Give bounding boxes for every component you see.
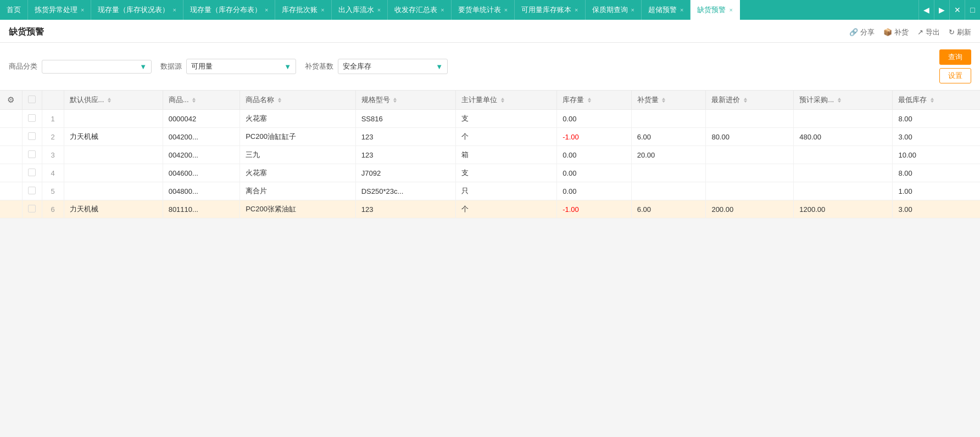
export-icon: ↗ [917, 28, 923, 36]
latest-price-sort-icon [744, 98, 747, 103]
datasource-select[interactable]: 可用量 ▼ [186, 59, 296, 74]
row-cb-3[interactable] [28, 169, 36, 176]
stock-sort-icon [588, 98, 591, 103]
row-replenish-4 [631, 182, 706, 200]
tab-close-shortage[interactable]: × [729, 7, 732, 13]
col-latest-price-header[interactable]: 最新进价 [706, 91, 794, 110]
replenish-icon: 📦 [883, 28, 892, 36]
row-checkbox-0[interactable] [22, 110, 42, 128]
export-action[interactable]: ↗ 导出 [917, 27, 940, 37]
est-purchase-sort-icon [838, 98, 841, 103]
col-est-purchase-header[interactable]: 预计采购... [794, 91, 893, 110]
tab-stock1[interactable]: 现存量（库存状况表） × [91, 0, 183, 20]
tab-next-btn[interactable]: ▶ [934, 0, 949, 20]
row-supplier-1: 力天机械 [64, 128, 163, 146]
row-spec-4: DS250*23c... [355, 182, 455, 200]
tab-close-batch[interactable]: × [321, 7, 324, 13]
row-latest-price-2 [706, 146, 794, 164]
tab-close-overstock[interactable]: × [680, 7, 683, 13]
row-cb-0[interactable] [28, 114, 36, 122]
col-name-header[interactable]: 商品名称 [240, 91, 356, 110]
tab-close-requisition[interactable]: × [504, 7, 508, 13]
row-name-1: PC200油缸缸子 [240, 128, 356, 146]
col-spec-header[interactable]: 规格型号 [355, 91, 455, 110]
row-checkbox-2[interactable] [22, 146, 42, 164]
tab-close-stock2[interactable]: × [265, 7, 268, 13]
tab-close-all-btn[interactable]: ✕ [949, 0, 965, 20]
row-latest-price-1: 80.00 [706, 128, 794, 146]
row-cb-2[interactable] [28, 150, 36, 158]
replenish-value: 安全库存 [343, 61, 371, 71]
row-name-0: 火花塞 [240, 110, 356, 128]
row-cb-1[interactable] [28, 132, 36, 140]
tab-prev-btn[interactable]: ◀ [918, 0, 934, 20]
query-button[interactable]: 查询 [939, 49, 971, 65]
replenish-action[interactable]: 📦 补货 [883, 27, 909, 37]
tab-expiry[interactable]: 保质期查询 × [586, 0, 642, 20]
col-settings-header[interactable]: ⚙ [0, 91, 22, 110]
tab-overstock[interactable]: 超储预警 × [642, 0, 691, 20]
row-index-5: 6 [42, 200, 64, 218]
tab-available[interactable]: 可用量库存账本 × [515, 0, 585, 20]
row-checkbox-5[interactable] [22, 200, 42, 218]
category-select[interactable]: ▼ [42, 60, 152, 74]
row-min-stock-5: 3.00 [893, 200, 980, 218]
row-est-purchase-3 [794, 164, 893, 182]
tab-close-expiry[interactable]: × [631, 7, 634, 13]
tab-home[interactable]: 首页 [0, 0, 28, 20]
col-supplier-header[interactable]: 默认供应... [64, 91, 163, 110]
tab-close-summary[interactable]: × [441, 7, 444, 13]
settings-button[interactable]: 设置 [939, 68, 971, 83]
datasource-arrow-icon: ▼ [284, 63, 291, 71]
tab-flow[interactable]: 出入库流水 × [332, 0, 388, 20]
header-checkbox[interactable] [28, 96, 36, 103]
datasource-value: 可用量 [191, 61, 213, 71]
replenish-filter-group: 补货基数 安全库存 ▼ [305, 59, 448, 74]
table-row: 1 0000042 火花塞 SS816 支 0.00 8.00 [0, 110, 980, 128]
col-min-stock-header[interactable]: 最低库存 [893, 91, 980, 110]
table-row: 3 004200... 三九 123 箱 0.00 20.00 10.00 [0, 146, 980, 164]
row-replenish-5: 6.00 [631, 200, 706, 218]
tab-maximize-btn[interactable]: □ [965, 0, 980, 20]
table-row: 4 004600... 火花塞 J7092 支 0.00 8.00 [0, 164, 980, 182]
row-code-4: 004800... [163, 182, 240, 200]
table-row: 2 力天机械 004200... PC200油缸缸子 123 个 -1.00 6… [0, 128, 980, 146]
tab-close-available[interactable]: × [575, 7, 578, 13]
tab-summary[interactable]: 收发存汇总表 × [388, 0, 451, 20]
replenish-select[interactable]: 安全库存 ▼ [338, 59, 448, 74]
row-supplier-0 [64, 110, 163, 128]
row-min-stock-1: 3.00 [893, 128, 980, 146]
row-unit-5: 个 [455, 200, 556, 218]
row-supplier-3 [64, 164, 163, 182]
col-unit-header[interactable]: 主计量单位 [455, 91, 556, 110]
tab-requisition[interactable]: 要货单统计表 × [452, 0, 515, 20]
row-cb-4[interactable] [28, 187, 36, 194]
row-index-3: 4 [42, 164, 64, 182]
col-code-header[interactable]: 商品... [163, 91, 240, 110]
row-name-5: PC200张紧油缸 [240, 200, 356, 218]
tab-batch[interactable]: 库存批次账 × [275, 0, 331, 20]
row-cb-5[interactable] [28, 205, 36, 212]
row-code-0: 0000042 [163, 110, 240, 128]
tab-abnormal[interactable]: 拣货异常处理 × [28, 0, 91, 20]
col-checkbox-header[interactable] [22, 91, 42, 110]
row-replenish-3 [631, 164, 706, 182]
share-action[interactable]: 🔗 分享 [849, 27, 875, 37]
row-checkbox-4[interactable] [22, 182, 42, 200]
refresh-action[interactable]: ↻ 刷新 [949, 27, 971, 37]
tab-shortage[interactable]: 缺货预警 × [691, 0, 739, 20]
row-stock-3: 0.00 [557, 164, 632, 182]
row-checkbox-3[interactable] [22, 164, 42, 182]
tab-close-stock1[interactable]: × [172, 7, 176, 13]
col-replenish-header[interactable]: 补货量 [631, 91, 706, 110]
tab-stock2[interactable]: 现存量（库存分布表） × [183, 0, 275, 20]
row-replenish-0 [631, 110, 706, 128]
gear-icon[interactable]: ⚙ [7, 95, 14, 104]
row-checkbox-1[interactable] [22, 128, 42, 146]
unit-sort-icon [501, 98, 504, 103]
tab-close-flow[interactable]: × [377, 7, 381, 13]
row-unit-3: 支 [455, 164, 556, 182]
replenish-sort-icon [662, 98, 665, 103]
col-stock-header[interactable]: 库存量 [557, 91, 632, 110]
tab-close-abnormal[interactable]: × [81, 7, 84, 13]
